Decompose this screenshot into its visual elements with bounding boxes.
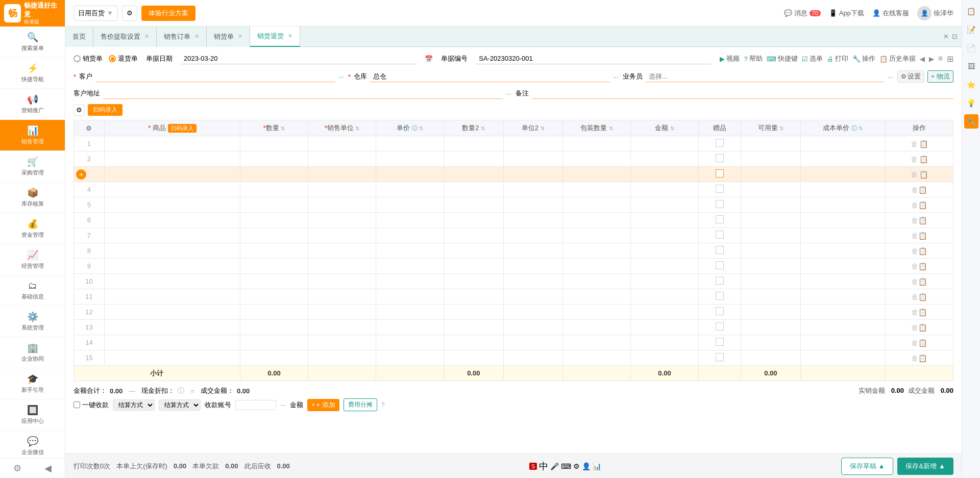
right-panel-btn-6[interactable]: 💡 — [964, 96, 978, 110]
cell-qty[interactable] — [240, 136, 308, 152]
account-more-btn[interactable]: ··· — [280, 401, 286, 409]
delete-row-btn[interactable]: 🗑 — [911, 354, 918, 362]
cell-product[interactable] — [104, 167, 240, 182]
customer-more-btn[interactable]: ··· — [338, 73, 344, 81]
th-avail[interactable]: 可用量 ⇅ — [741, 120, 800, 136]
calc-method-select[interactable]: 结算方式 — [159, 399, 201, 411]
sidebar-item-apps[interactable]: 🔲 应用中心 — [0, 399, 65, 431]
cell-pack[interactable] — [562, 136, 630, 152]
copy-row-btn[interactable]: 📋 — [918, 201, 927, 209]
cell-qty2[interactable] — [444, 152, 503, 167]
cell-product[interactable] — [104, 136, 240, 152]
scan-btn-th[interactable]: 扫码录入 — [168, 124, 197, 133]
warehouse-input[interactable] — [370, 71, 610, 82]
cell-avail[interactable] — [741, 167, 800, 182]
cell-gift[interactable] — [699, 152, 741, 167]
split-btn[interactable]: 费用分摊 — [344, 398, 377, 411]
sidebar-item-purchase[interactable]: 🛒 采购管理 — [0, 151, 65, 182]
th-price[interactable]: 单价 ⓘ ⇅ — [376, 120, 444, 136]
address-more-btn[interactable]: ··· — [506, 90, 511, 97]
shortcut-btn[interactable]: ⌨快捷键 — [767, 54, 798, 63]
add-row-btn[interactable]: + — [76, 169, 86, 180]
cell-unit[interactable] — [308, 167, 376, 182]
tab-close-sales-order[interactable]: ✕ — [194, 33, 199, 40]
delete-row-btn[interactable]: 🗑 — [911, 308, 918, 316]
sidebar-item-system[interactable]: ⚙️ 系统管理 — [0, 306, 65, 337]
delete-row-btn[interactable]: 🗑 — [911, 293, 918, 301]
cell-gift[interactable] — [699, 136, 741, 152]
copy-row-btn[interactable]: 📋 — [918, 323, 927, 332]
cell-price[interactable] — [376, 167, 444, 182]
right-panel-btn-3[interactable]: 📄 — [964, 41, 978, 55]
sidebar-item-wechat[interactable]: 💬 企业微信 — [0, 431, 65, 458]
cell-unit2[interactable] — [503, 167, 562, 182]
delete-row-btn[interactable]: 🗑 — [911, 155, 918, 163]
message-btn[interactable]: 💬 消息 70 — [784, 9, 821, 18]
cell-amount[interactable] — [630, 136, 698, 152]
cell-cost[interactable] — [800, 136, 885, 152]
online-service-btn[interactable]: 👤 在线客服 — [872, 9, 909, 18]
tab-close-sales-return[interactable]: ✕ — [288, 33, 292, 39]
cell-product[interactable] — [104, 152, 240, 167]
tab-price-settings[interactable]: 售价提取设置 ✕ — [93, 27, 157, 47]
copy-row-btn[interactable]: 📋 — [918, 186, 927, 194]
th-qty[interactable]: *数量 ⇅ — [240, 120, 308, 136]
cell-pack[interactable] — [562, 152, 630, 167]
copy-row-btn[interactable]: 📋 — [918, 216, 927, 224]
cell-unit2[interactable] — [503, 136, 562, 152]
delete-row-btn[interactable]: 🗑 — [911, 247, 918, 255]
tab-sales-return[interactable]: 销货退货 ✕ — [250, 27, 300, 47]
onecollect-check[interactable] — [74, 401, 80, 408]
trial-button[interactable]: 体验行业方案 — [141, 6, 195, 21]
th-amount[interactable]: 金额 ⇅ — [630, 120, 698, 136]
cell-unit2[interactable] — [503, 152, 562, 167]
settle-method-select[interactable]: 结算方式 — [113, 399, 155, 411]
copy-row-btn[interactable]: 📋 — [919, 155, 928, 163]
cell-qty[interactable] — [240, 167, 308, 182]
delete-row-btn[interactable]: 🗑 — [911, 339, 918, 347]
th-unit2[interactable]: 单位2 ⇅ — [503, 120, 562, 136]
copy-row-btn[interactable]: 📋 — [919, 170, 928, 179]
sidebar-item-guide[interactable]: 🎓 新手引导 — [0, 368, 65, 399]
cell-qty2[interactable] — [444, 167, 503, 182]
sidebar-item-search[interactable]: 🔍 搜索菜单 — [0, 27, 65, 58]
delete-row-btn[interactable]: 🗑 — [911, 278, 918, 286]
topbar-settings-button[interactable]: ⚙ — [122, 6, 137, 21]
save-draft-button[interactable]: 保存草稿 ▲ — [841, 458, 894, 475]
th-pack[interactable]: 包装数量 ⇅ — [562, 120, 630, 136]
cell-qty[interactable] — [240, 152, 308, 167]
sidebar-item-inventory[interactable]: 📦 库存核算 — [0, 182, 65, 213]
logistics-btn[interactable]: + 物流 — [927, 70, 953, 83]
video-btn[interactable]: ▶视频 — [720, 54, 740, 63]
grid-view-btn[interactable]: ⊞ — [947, 54, 953, 64]
cell-qty2[interactable] — [444, 136, 503, 152]
scan-input-btn[interactable]: 扫码录入 — [88, 104, 122, 116]
th-product[interactable]: * 商品 扫码录入 — [104, 120, 240, 136]
print-btn[interactable]: 🖨打印 — [827, 54, 848, 63]
delete-row-btn[interactable]: 🗑 — [911, 216, 918, 224]
select-btn[interactable]: ☑选单 — [802, 54, 823, 63]
copy-row-btn[interactable]: 📋 — [919, 140, 928, 148]
tab-sales-slip[interactable]: 销货单 ✕ — [207, 27, 250, 47]
cell-price[interactable] — [376, 152, 444, 167]
cell-amount[interactable] — [630, 152, 698, 167]
product-input-active[interactable] — [107, 170, 238, 178]
cell-unit[interactable] — [308, 152, 376, 167]
delete-row-btn[interactable]: 🗑 — [911, 232, 918, 240]
sidebar-settings-btn[interactable]: ⚙ — [13, 463, 21, 474]
cell-amount[interactable] — [630, 167, 698, 182]
radio-sale[interactable]: 销货单 — [74, 54, 103, 63]
help-btn[interactable]: ?帮助 — [744, 54, 762, 63]
th-cost[interactable]: 成本单价 ⓘ ⇅ — [800, 120, 885, 136]
warehouse-more-btn[interactable]: ··· — [613, 73, 619, 81]
operate-btn[interactable]: 🔧操作 — [852, 54, 875, 63]
dropdown-arrow[interactable]: ▲ — [878, 462, 885, 470]
dropdown-arrow2[interactable]: ▲ — [939, 462, 945, 470]
copy-row-btn[interactable]: 📋 — [918, 308, 927, 316]
copy-row-btn[interactable]: 📋 — [918, 339, 927, 347]
salesperson-input[interactable] — [646, 71, 885, 82]
list-view-btn[interactable]: ≡ — [938, 54, 943, 63]
copy-row-btn[interactable]: 📋 — [918, 232, 927, 240]
number-input[interactable] — [476, 53, 712, 64]
table-settings-icon[interactable]: ⚙ — [74, 105, 85, 116]
